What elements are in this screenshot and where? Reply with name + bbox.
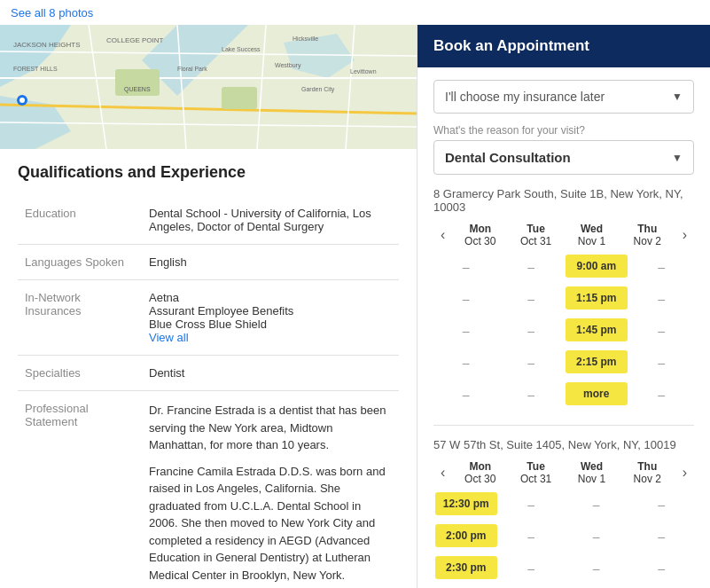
- visit-reason-dropdown[interactable]: Dental Consultation ▼: [433, 140, 694, 175]
- visit-reason-value: Dental Consultation: [445, 150, 571, 165]
- dash: –: [501, 556, 563, 581]
- cal1-nav: ‹ Mon Oct 30 Tue Oct 31 Wed Nov 1: [433, 223, 694, 247]
- insurance-item-3: Blue Cross Blue Shield: [149, 318, 392, 331]
- dash: –: [435, 255, 497, 279]
- cal1-r4-c4: –: [629, 349, 695, 377]
- calendar1-block: ‹ Mon Oct 30 Tue Oct 31 Wed Nov 1: [433, 223, 694, 409]
- languages-label: Languages Spoken: [18, 245, 142, 280]
- cal1-r4-c3[interactable]: 2:15 pm: [564, 349, 629, 377]
- insurance-dropdown[interactable]: I'll choose my insurance later ▼: [433, 80, 694, 114]
- insurance-chevron-icon: ▼: [672, 90, 683, 103]
- education-row: Education Dental School - University of …: [18, 196, 399, 245]
- cal1-r3-c2: –: [499, 317, 565, 345]
- cal2-day4-name: Thu: [620, 460, 675, 473]
- cal2-r2-c1[interactable]: 2:00 pm: [433, 522, 499, 551]
- cal2-r1-c2: –: [499, 490, 565, 519]
- cal1-r3-c3[interactable]: 1:45 pm: [564, 317, 629, 345]
- timeslot-2pm[interactable]: 2:00 pm: [435, 524, 497, 547]
- svg-text:Levittown: Levittown: [350, 68, 377, 74]
- cal1-day1-name: Mon: [452, 223, 508, 235]
- svg-rect-10: [222, 87, 257, 109]
- cal1-r5-c3[interactable]: more: [564, 380, 629, 409]
- dash: –: [631, 556, 693, 581]
- cal1-r5-c4: –: [629, 380, 695, 409]
- cal2-day-1: Mon Oct 30: [452, 460, 508, 485]
- dash: –: [631, 286, 693, 311]
- insurance-label: In-Network Insurances: [18, 280, 142, 356]
- cal2-r2-c4: –: [629, 522, 695, 551]
- dash: –: [435, 318, 497, 343]
- cal2-row-2: 2:00 pm – – –: [433, 522, 694, 551]
- cal1-day3-name: Wed: [564, 223, 620, 235]
- cal2-next-button[interactable]: ›: [675, 461, 694, 484]
- dash: –: [566, 556, 628, 581]
- cal1-row-3: – – 1:45 pm –: [433, 317, 694, 345]
- cal2-day-2: Tue Oct 31: [508, 460, 564, 485]
- visit-reason-label: What's the reason for your visit?: [433, 124, 694, 137]
- timeslot-1230pm[interactable]: 12:30 pm: [435, 492, 497, 515]
- cal1-r2-c4: –: [629, 285, 695, 313]
- dash: –: [501, 255, 563, 279]
- cal1-prev-button[interactable]: ‹: [433, 223, 452, 247]
- specialties-label: Specialties: [18, 356, 142, 391]
- insurance-item-1: Aetna: [149, 291, 392, 304]
- location2-text: 57 W 57th St, Suite 1405, New York, NY, …: [433, 438, 694, 451]
- location1-text: 8 Gramercy Park South, Suite 1B, New Yor…: [433, 187, 694, 214]
- dash: –: [631, 350, 693, 375]
- cal2-day3-name: Wed: [564, 460, 620, 473]
- dash: –: [631, 524, 693, 549]
- languages-row: Languages Spoken English: [18, 245, 399, 280]
- dash: –: [631, 318, 693, 343]
- svg-text:Garden City: Garden City: [301, 86, 335, 93]
- dash: –: [501, 492, 563, 517]
- dash: –: [435, 382, 497, 407]
- timeslot-more[interactable]: more: [566, 382, 628, 405]
- statement-p2: Francine Camila Estrada D.D.S. was born …: [149, 463, 392, 584]
- cal2-day1-name: Mon: [452, 460, 508, 473]
- dash: –: [501, 382, 563, 407]
- cal2-r1-c1[interactable]: 12:30 pm: [433, 490, 499, 519]
- timeslot-230pm[interactable]: 2:30 pm: [435, 556, 497, 579]
- cal1-day2-date: Oct 31: [508, 235, 564, 247]
- cal2-row-1: 12:30 pm – – –: [433, 490, 694, 519]
- cal1-r1-c3[interactable]: 9:00 am: [564, 253, 629, 281]
- svg-text:Hicksville: Hicksville: [293, 35, 318, 42]
- cal1-day-4: Thu Nov 2: [620, 223, 675, 247]
- education-value: Dental School - University of California…: [142, 196, 399, 245]
- education-label: Education: [18, 196, 142, 245]
- svg-text:JACKSON HEIGHTS: JACKSON HEIGHTS: [13, 41, 81, 49]
- cal1-next-button[interactable]: ›: [675, 223, 694, 247]
- timeslot-115pm[interactable]: 1:15 pm: [566, 286, 628, 310]
- cal1-r2-c1: –: [433, 285, 499, 313]
- see-all-photos-link[interactable]: See all 8 photos: [11, 6, 93, 20]
- dash: –: [501, 350, 563, 375]
- timeslot-9am[interactable]: 9:00 am: [566, 255, 628, 278]
- timeslot-215pm[interactable]: 2:15 pm: [566, 350, 628, 373]
- dash: –: [501, 524, 563, 549]
- cal2-r3-c4: –: [629, 554, 695, 583]
- cal2-day-4: Thu Nov 2: [620, 460, 675, 485]
- separator: [433, 425, 694, 426]
- cal2-day-3: Wed Nov 1: [564, 460, 620, 485]
- qual-table: Education Dental School - University of …: [18, 196, 399, 588]
- cal2-r3-c1[interactable]: 2:30 pm: [433, 554, 499, 583]
- cal1-r5-c2: –: [499, 380, 565, 409]
- cal1-day4-date: Nov 2: [620, 235, 675, 247]
- dash: –: [566, 492, 628, 517]
- cal2-day4-date: Nov 2: [620, 473, 675, 485]
- cal2-prev-button[interactable]: ‹: [433, 461, 452, 484]
- cal1-r1-c4: –: [629, 253, 695, 281]
- insurance-row: In-Network Insurances Aetna Assurant Emp…: [18, 280, 399, 356]
- qualifications-section: Qualifications and Experience Education …: [0, 149, 417, 588]
- timeslot-145pm[interactable]: 1:45 pm: [566, 318, 628, 341]
- svg-text:FOREST HILLS: FOREST HILLS: [13, 66, 58, 72]
- dash: –: [631, 382, 693, 407]
- cal2-r1-c3: –: [564, 490, 629, 519]
- cal2-nav: ‹ Mon Oct 30 Tue Oct 31 Wed Nov 1: [433, 460, 694, 485]
- view-all-link[interactable]: View all: [149, 331, 189, 344]
- cal1-r2-c3[interactable]: 1:15 pm: [564, 285, 629, 313]
- left-panel: JACKSON HEIGHTS FOREST HILLS COLLEGE POI…: [0, 25, 417, 588]
- insurance-item-2: Assurant Employee Benefits: [149, 304, 392, 318]
- cal2-r3-c3: –: [564, 554, 629, 583]
- dash: –: [631, 492, 693, 517]
